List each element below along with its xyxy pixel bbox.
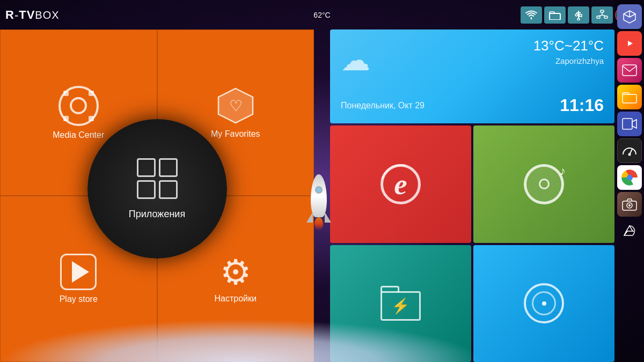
svg-point-5	[577, 18, 580, 20]
svg-line-18	[624, 14, 630, 17]
sidebar-app-recycle[interactable]	[617, 219, 642, 243]
svg-line-19	[630, 14, 635, 17]
media-player-tile[interactable]: ♪	[473, 125, 614, 243]
ie-logo-icon: e	[380, 164, 421, 204]
main-left-panel: Media Center ♡ My Favorites Play store ⚙…	[0, 29, 314, 362]
top-bar: R-TVBOX 62°C	[0, 0, 644, 29]
apps-grid-icon	[137, 158, 178, 199]
my-favorites-label: My Favorites	[211, 129, 260, 139]
rocket-body	[311, 174, 327, 217]
network-icon	[596, 10, 608, 20]
weather-city: Zaporizhzhya	[341, 56, 604, 65]
wifi-icon	[525, 10, 537, 20]
rocket-fin-left	[306, 212, 313, 223]
weather-tile[interactable]: ☁ 13°C~21°C Zaporizhzhya Понедельник, Ок…	[330, 29, 614, 123]
svg-rect-0	[550, 13, 560, 20]
folder-sidebar-icon	[622, 91, 637, 104]
rocket-flame	[314, 217, 323, 231]
recycle-icon	[622, 224, 637, 239]
right-panel: ☁ 13°C~21°C Zaporizhzhya Понедельник, Ок…	[330, 29, 614, 362]
weather-temperature: 13°C~21°C	[341, 38, 604, 54]
wifi-icon-btn[interactable]	[521, 6, 542, 24]
cpu-temperature: 62°C	[313, 11, 330, 19]
compass-icon	[524, 283, 564, 323]
svg-rect-8	[604, 16, 608, 18]
svg-rect-24	[623, 119, 632, 129]
folder-lightning-icon: ⚡	[380, 286, 421, 321]
svg-point-30	[627, 175, 632, 180]
speedometer-icon	[621, 145, 638, 157]
sidebar-app-youtube[interactable]	[617, 31, 642, 56]
cube-icon	[622, 9, 637, 24]
play-store-icon	[60, 254, 97, 290]
play-store-label: Play store	[60, 294, 98, 304]
sidebar-app-chrome[interactable]	[617, 165, 642, 190]
right-sidebar	[614, 0, 644, 362]
folder-icon-btn[interactable]	[544, 6, 566, 24]
gear-icon: ⚙	[220, 255, 251, 290]
svg-line-11	[602, 15, 606, 16]
folder-status-icon	[549, 10, 561, 20]
youtube-icon	[622, 38, 637, 49]
apps-center-circle[interactable]: Приложения	[87, 119, 227, 258]
snow-decoration	[0, 319, 483, 362]
apps-label: Приложения	[129, 209, 185, 220]
svg-rect-23	[623, 94, 636, 103]
weather-time: 11:16	[560, 95, 604, 115]
usb-icon-btn[interactable]	[568, 6, 589, 24]
svg-point-3	[575, 14, 577, 16]
internet-explorer-tile[interactable]: e	[330, 125, 471, 243]
rocket-window	[315, 186, 323, 194]
sidebar-app-folder[interactable]	[617, 85, 642, 109]
sidebar-app-camera[interactable]	[617, 192, 642, 217]
network-icon-btn[interactable]	[591, 6, 613, 24]
email-icon	[622, 64, 637, 76]
video-icon	[622, 118, 637, 130]
svg-text:♡: ♡	[229, 98, 242, 114]
media-center-label: Media Center	[53, 130, 104, 140]
camera-icon	[622, 198, 637, 211]
sidebar-app-speedtest[interactable]	[617, 138, 642, 163]
svg-marker-25	[632, 120, 636, 128]
svg-rect-7	[597, 16, 600, 18]
browser-tile[interactable]	[473, 245, 614, 363]
favorites-hex-icon: ♡	[216, 86, 255, 125]
logo: R-TVBOX	[5, 8, 60, 22]
rocket-decoration	[308, 29, 330, 362]
sidebar-app-video[interactable]	[617, 112, 642, 136]
svg-point-27	[628, 153, 631, 156]
sidebar-app-cube[interactable]	[617, 4, 642, 29]
settings-label: Настройки	[215, 294, 257, 304]
svg-rect-4	[580, 14, 582, 17]
cloud-icon: ☁	[341, 43, 370, 77]
weather-date: Понедельник, Окт 29	[341, 101, 425, 110]
svg-point-33	[628, 204, 631, 206]
film-reel-icon	[58, 86, 99, 126]
svg-rect-22	[623, 65, 636, 76]
weather-datetime: Понедельник, Окт 29 11:16	[341, 95, 604, 115]
svg-rect-6	[601, 10, 604, 12]
rocket-fin-right	[325, 212, 331, 223]
svg-line-10	[598, 15, 602, 16]
chrome-icon	[621, 169, 638, 186]
usb-icon	[573, 10, 584, 20]
sidebar-app-email[interactable]	[617, 58, 642, 83]
cd-music-icon: ♪	[524, 164, 564, 204]
